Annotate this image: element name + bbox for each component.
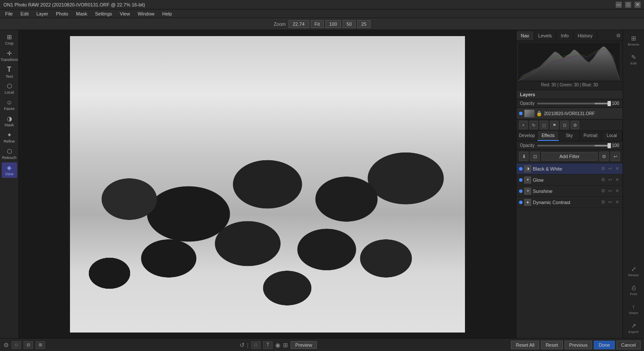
menu-layer[interactable]: Layer (33, 10, 52, 17)
layer-lock-icon[interactable]: 🔒 (536, 111, 542, 116)
glow-settings-icon[interactable]: ⚙ (600, 177, 606, 183)
filter-sunshine[interactable]: ☀ Sunshine ⚙ ↩ ✕ (516, 186, 623, 197)
zoom-25-button[interactable]: 25 (357, 20, 370, 28)
filter-black-white[interactable]: ◑ Black & White ⚙ ↩ ✕ (516, 163, 623, 174)
resize-button[interactable]: ⤢ Resize (625, 262, 643, 280)
menu-settings[interactable]: Settings (91, 10, 115, 17)
mask-tool[interactable]: ◑ Mask (2, 113, 17, 129)
layer-mask-btn[interactable]: ◻ (540, 121, 548, 129)
layer-add-btn[interactable]: + (519, 121, 528, 129)
sunshine-close-icon[interactable]: ✕ (614, 188, 620, 194)
tools-undo-btn[interactable]: ↩ (611, 152, 620, 161)
tab-local[interactable]: Local (601, 131, 623, 141)
text-tool[interactable]: T Text (2, 64, 17, 80)
layer-visibility-dot[interactable] (519, 112, 522, 115)
text-view-btn[interactable]: T (263, 341, 273, 349)
view-single-btn[interactable]: □ (12, 341, 21, 349)
menu-window[interactable]: Window (134, 10, 158, 17)
zoom-100-button[interactable]: 100 (325, 20, 341, 28)
tools-expand-btn[interactable]: ⊡ (530, 152, 540, 161)
bottom-settings-icon[interactable]: ⚙ (3, 342, 9, 348)
tools-save-btn[interactable]: ⬇ (519, 152, 529, 161)
previous-button[interactable]: Previous (565, 341, 592, 349)
minimize-button[interactable]: — (616, 2, 622, 8)
mask-view-btn[interactable]: □ (251, 341, 261, 349)
menu-view[interactable]: View (116, 10, 134, 17)
faces-tool[interactable]: ☺ Faces (2, 97, 17, 113)
tab-history[interactable]: History (574, 31, 597, 40)
layer-settings-btn[interactable]: ⚙ (571, 121, 579, 129)
menu-mask[interactable]: Mask (73, 10, 91, 17)
rotate-icon[interactable]: ↺ (240, 342, 245, 348)
sunshine-dot[interactable] (519, 189, 522, 193)
sunshine-settings-icon[interactable]: ⚙ (600, 188, 606, 194)
menu-help[interactable]: Help (159, 10, 176, 17)
filter-glow[interactable]: ✦ Glow ⚙ ↩ ✕ (516, 174, 623, 186)
resize-icon: ⤢ (631, 266, 636, 272)
glow-close-icon[interactable]: ✕ (614, 177, 620, 183)
opacity-thumb (608, 101, 611, 106)
browse-button[interactable]: ⊞ Browse (625, 32, 643, 49)
dc-filter-actions: ⚙ ↩ ✕ (600, 199, 620, 205)
layer-copy-btn[interactable]: ⊡ (560, 121, 569, 129)
glow-undo-icon[interactable]: ↩ (607, 177, 613, 183)
tab-develop[interactable]: Develop (516, 131, 538, 141)
print-button[interactable]: ⎙ Print (625, 281, 643, 299)
opacity-slider[interactable] (537, 103, 609, 104)
transform-tool[interactable]: ✛ Transform (2, 48, 17, 64)
opacity-value: 100 (612, 101, 619, 106)
dc-dot[interactable] (519, 201, 522, 204)
panel-settings-icon[interactable]: ⚙ (616, 33, 621, 39)
histogram-container: Red: 30 | Green: 30 | Blue: 30 (516, 41, 623, 90)
tab-info[interactable]: Info (556, 31, 573, 40)
bw-settings-icon[interactable]: ⚙ (600, 166, 606, 172)
view-tool[interactable]: ◈ View (2, 162, 17, 178)
add-filter-button[interactable]: Add Filter (541, 152, 598, 161)
view-split-btn[interactable]: ⊟ (24, 341, 33, 349)
retouch-tool[interactable]: ⬡ Retouch (2, 146, 17, 162)
view-compare-btn[interactable]: ⊞ (36, 341, 45, 349)
local-tool[interactable]: ⬡ Local (2, 81, 17, 96)
tools-gear-btn[interactable]: ⚙ (599, 152, 609, 161)
edit-button[interactable]: ✎ Edit (625, 51, 643, 68)
circle-btn[interactable]: ◉ (275, 342, 280, 348)
bw-undo-icon[interactable]: ↩ (607, 166, 613, 172)
fit-button[interactable]: Fit (311, 20, 324, 28)
menu-file[interactable]: File (2, 10, 16, 17)
reset-button[interactable]: Reset (541, 341, 563, 349)
close-button[interactable]: ✕ (635, 2, 641, 8)
cancel-button[interactable]: Cancel (617, 341, 641, 349)
dc-settings-icon[interactable]: ⚙ (600, 199, 606, 205)
layer-flag-btn[interactable]: ⚑ (550, 121, 559, 129)
export-button[interactable]: ↗ Export (625, 319, 643, 336)
preview-button[interactable]: Preview (291, 341, 317, 349)
tab-effects[interactable]: Effects (538, 131, 559, 141)
glow-dot[interactable] (519, 178, 522, 182)
layer-cycle-btn[interactable]: ↻ (529, 121, 538, 129)
dc-undo-icon[interactable]: ↩ (607, 199, 613, 205)
tab-portrait[interactable]: Portrait (580, 131, 601, 141)
zoom-input[interactable] (289, 20, 309, 28)
tab-nav[interactable]: Nav (516, 31, 534, 40)
canvas-area[interactable] (19, 30, 516, 338)
sunshine-undo-icon[interactable]: ↩ (607, 188, 613, 194)
crop-tool[interactable]: ⊞ Crop (2, 32, 17, 47)
zoom-50-button[interactable]: 50 (343, 20, 355, 28)
filter-dynamic-contrast[interactable]: ◈ Dynamic Contrast ⚙ ↩ ✕ (516, 197, 623, 208)
histogram-canvas (518, 43, 620, 82)
menu-photo[interactable]: Photo (52, 10, 72, 17)
layer-item[interactable]: 🔒 20210820-IVOR0131.ORF (516, 108, 623, 119)
grid-btn[interactable]: ⊞ (283, 342, 288, 348)
tab-sky[interactable]: Sky (559, 131, 580, 141)
menu-edit[interactable]: Edit (17, 10, 32, 17)
bw-dot[interactable] (519, 167, 522, 171)
effects-opacity-slider[interactable] (537, 145, 609, 147)
share-button[interactable]: ↑ Share (625, 300, 643, 317)
tab-levels[interactable]: Levels (534, 31, 557, 40)
done-button[interactable]: Done (594, 341, 614, 349)
reset-all-button[interactable]: Reset All (511, 341, 539, 349)
dc-close-icon[interactable]: ✕ (614, 199, 620, 205)
bw-close-icon[interactable]: ✕ (614, 166, 620, 172)
maximize-button[interactable]: □ (625, 2, 631, 8)
refine-tool[interactable]: ✦ Refine (2, 130, 17, 145)
